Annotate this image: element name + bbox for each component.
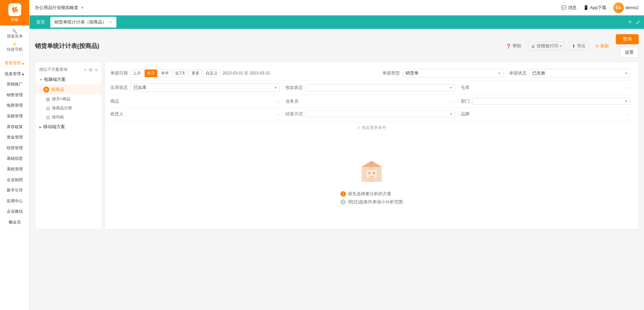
pc-group-header[interactable]: ▼ 电脑端方案 xyxy=(35,74,102,85)
doctype-value: 销货单 xyxy=(406,70,498,76)
sidebar-item-inventory[interactable]: 库存核算 xyxy=(0,122,29,133)
help-icon: ❓ xyxy=(506,44,511,49)
operation-label: 经营管理 xyxy=(7,146,23,151)
industry-dropdown-arrow[interactable]: ▾ xyxy=(81,5,84,10)
filter-consignee-cell: 收货人 ··· xyxy=(110,111,283,117)
appcenter-label: 应用中心 xyxy=(7,199,23,204)
filter-row-4: 收货人 ··· 结算方式 ▾ 品牌 xyxy=(110,108,633,120)
left-panel-icons: + ⚙ ≡ xyxy=(84,67,98,72)
date-btn-last-month[interactable]: 上月 xyxy=(130,69,143,77)
doctype-select[interactable]: 销货单 ▾ xyxy=(402,69,503,78)
newuser-label: 新手引导 xyxy=(7,188,23,193)
template-print-button[interactable]: 🖨 按模板打印 ▾ xyxy=(528,41,565,51)
page-title: 销货单统计计表(按商品) xyxy=(35,42,99,50)
filter-department-cell: 部门 ▾ xyxy=(458,98,633,105)
settings-button[interactable]: 设置 xyxy=(620,47,639,58)
sidebar-item-ecommerce[interactable]: 电商管理 xyxy=(0,100,29,111)
sidebar-item-wholesale[interactable]: 批发管理 ▲ xyxy=(0,69,29,80)
sidebar-item-sales[interactable]: 销售管理 xyxy=(0,90,29,101)
purchase-label: 采购管理 xyxy=(7,114,23,119)
filter-payment-cell: 收款状态 ▾ xyxy=(283,84,458,91)
tip-text-1: 请先选择要分析的方案 xyxy=(348,191,391,197)
date-btn-this-year[interactable]: 本年 xyxy=(159,69,171,77)
header-right: 💬 消息 📱 App下载 Ea demo2 xyxy=(561,2,639,13)
collapse-row[interactable]: ∧ 收起更多条件 xyxy=(110,122,633,133)
sidebar-item-marketing[interactable]: 营销推广 xyxy=(0,79,29,90)
salesperson-dots[interactable]: ··· xyxy=(451,99,455,104)
page-header: 销货单统计计表(按商品) ❓ 帮助 🖨 按模板打印 ▾ ⬆ 导出 xyxy=(35,34,639,58)
sidebar-item-operation[interactable]: 经营管理 xyxy=(0,143,29,154)
custodian-label: 按司机 xyxy=(52,114,64,120)
collapse-panel-icon[interactable]: ≡ xyxy=(95,67,98,72)
quick-nav-item[interactable]: ⚡ 快捷导航 xyxy=(0,41,29,55)
sidebar-item-basic[interactable]: 基础信息 xyxy=(0,153,29,164)
tree-sub-by-month-product[interactable]: ▦ 按月+商品 xyxy=(35,95,102,104)
user-profile[interactable]: Ea demo2 xyxy=(613,2,639,13)
query-button[interactable]: 查询 xyxy=(616,34,639,44)
pc-group-label: 电脑端方案 xyxy=(44,76,66,83)
sidebar-item-retail[interactable]: 零售管理 ▲ xyxy=(0,58,29,69)
sidebar-logo[interactable]: 畅 标版 xyxy=(0,0,29,25)
filter-date-cell: 单据日期 上月 本月 本年 近7天 更多 自定义 2023-03-01 至 20… xyxy=(110,69,380,77)
filter-product-cell: 商品 ··· xyxy=(110,98,283,104)
settlement-label: 结算方式 xyxy=(285,111,303,117)
brand-dots[interactable]: ··· xyxy=(626,111,630,117)
finance-label: 资金管理 xyxy=(7,135,23,140)
help-button[interactable]: ❓ 帮助 xyxy=(503,42,524,50)
settlement-select[interactable]: ▾ xyxy=(306,110,455,117)
mobile-group-header[interactable]: ▶ 移动端方案 xyxy=(35,122,102,132)
payment-select[interactable]: ▾ xyxy=(306,84,455,91)
sidebar-item-newuser[interactable]: 新手引导 xyxy=(0,185,29,196)
sidebar-item-finance[interactable]: 资金管理 xyxy=(0,132,29,143)
department-select[interactable]: ▾ xyxy=(472,98,630,105)
filter-brand-cell: 品牌 ··· xyxy=(458,111,633,117)
app-download-button[interactable]: 📱 App下载 xyxy=(583,5,606,11)
tab-home[interactable]: 首页 xyxy=(32,17,49,28)
sidebar-item-system[interactable]: 系统管理 xyxy=(0,164,29,175)
tab-expand-button[interactable]: ⤢ xyxy=(634,18,641,27)
tree-sub-by-custodian[interactable]: ▤ 按司机 xyxy=(35,113,102,122)
consignee-dots[interactable]: ··· xyxy=(276,111,280,117)
right-panel: 单据日期 上月 本月 本年 近7天 更多 自定义 2023-03-01 至 20… xyxy=(105,62,639,229)
category-icon: ▤ xyxy=(46,106,50,111)
product-dots[interactable]: ··· xyxy=(276,99,280,104)
outstatus-select[interactable]: 已出库 ▾ xyxy=(130,83,280,92)
docstatus-select[interactable]: 已生效 ▾ xyxy=(529,69,630,78)
help-label: 帮助 xyxy=(513,43,521,49)
main-area: 办公用品行业模拟账套 ▾ 💬 消息 📱 App下载 Ea demo2 首页 销货… xyxy=(30,0,644,310)
date-btn-more[interactable]: 更多 xyxy=(189,69,202,77)
sidebar-item-member[interactable]: 畅会员 xyxy=(0,217,29,228)
sidebar-item-appcenter[interactable]: 应用中心 xyxy=(0,196,29,207)
tab-close-icon[interactable]: × xyxy=(109,19,112,25)
department-label: 部门 xyxy=(461,98,470,104)
warehouse-dots[interactable]: ··· xyxy=(626,85,630,90)
svg-rect-4 xyxy=(367,170,377,177)
search-menu-item[interactable]: 🔍 搜索菜单 xyxy=(0,25,29,41)
by-product-label: 按商品 xyxy=(51,87,64,93)
tab-active[interactable]: 销货单统计计表（按商品） × xyxy=(50,17,116,28)
add-scheme-icon[interactable]: + xyxy=(84,67,87,72)
header-left: 办公用品行业模拟账套 ▾ xyxy=(35,5,84,11)
tree-item-by-product[interactable]: 按 按商品 xyxy=(35,85,102,95)
refresh-button[interactable]: ↻ 刷新 xyxy=(593,42,612,50)
empty-illustration xyxy=(355,153,388,187)
tab-bar-actions: × ⤢ xyxy=(627,18,641,27)
tree-sub-by-category[interactable]: ▤ 按商品分类 xyxy=(35,104,102,113)
tree-section: ▼ 电脑端方案 按 按商品 ▦ 按月+商品 ▤ xyxy=(35,74,102,133)
sidebar-item-purchase[interactable]: 采购管理 xyxy=(0,111,29,122)
message-button[interactable]: 💬 消息 xyxy=(561,5,577,11)
refresh-label: 刷新 xyxy=(600,43,609,49)
date-btn-this-month[interactable]: 本月 xyxy=(145,69,157,77)
marketing-label: 营销推广 xyxy=(7,82,23,87)
sidebar-item-corpwx[interactable]: 企业微信 xyxy=(0,206,29,217)
message-label: 消息 xyxy=(568,5,577,11)
left-panel: 按以下方案查询 + ⚙ ≡ ▼ 电脑端方案 按 xyxy=(35,62,102,229)
sidebar-item-enterprise[interactable]: 企业协同 xyxy=(0,175,29,186)
settings-scheme-icon[interactable]: ⚙ xyxy=(89,67,93,72)
tab-close-button[interactable]: × xyxy=(627,18,633,27)
date-btn-7days[interactable]: 近7天 xyxy=(173,69,188,77)
export-button[interactable]: ⬆ 导出 xyxy=(569,41,589,51)
date-btn-custom[interactable]: 自定义 xyxy=(203,69,220,77)
page-actions: ❓ 帮助 🖨 按模板打印 ▾ ⬆ 导出 ↻ 刷新 xyxy=(503,34,639,58)
date-range: 2023-03-01 至 2023-03-31 xyxy=(223,70,270,76)
